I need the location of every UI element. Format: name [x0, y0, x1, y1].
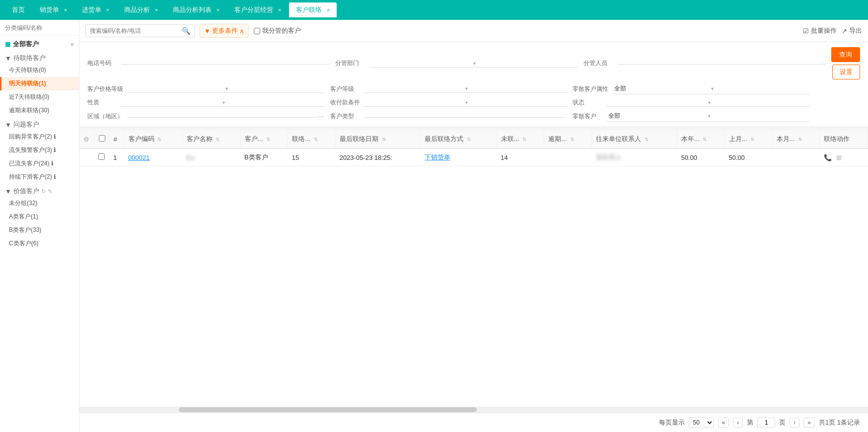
first-page-button[interactable]: «: [718, 418, 729, 428]
td-name: Ea: [182, 148, 240, 166]
close-icon[interactable]: ×: [217, 7, 219, 13]
sidebar-item-declining[interactable]: 持续下滑客户(2) ℹ: [0, 170, 79, 184]
sidebar-item-churned[interactable]: 已流失客户(24) ℹ: [0, 157, 79, 170]
nav-item-2[interactable]: 商品分析 ×: [117, 2, 165, 17]
nav-item-1[interactable]: 进货单 ×: [75, 2, 116, 17]
th-last-method[interactable]: 最后联络方式 ⇅: [421, 130, 497, 148]
sidebar-group-pending[interactable]: ▼ 待联络客户: [0, 51, 79, 64]
grid-action-icon[interactable]: ⊞: [836, 154, 842, 161]
th-last-date[interactable]: 最后联络日期 ⇅: [336, 130, 421, 148]
sidebar-search-input[interactable]: [5, 24, 79, 31]
th-code[interactable]: 客户编码 ⇅: [124, 130, 182, 148]
th-type[interactable]: 客户... ⇅: [240, 130, 288, 148]
sidebar-item-churn-warn[interactable]: 流失预警客户(3) ℹ: [0, 144, 79, 157]
sidebar-item-today[interactable]: 今天待联络(0): [0, 64, 79, 77]
filter-value-level-select[interactable]: ▾: [127, 85, 324, 93]
total-label: 共1页 1条记录: [819, 418, 860, 427]
nav-item-3[interactable]: 商品分析列表 ×: [166, 2, 226, 17]
phone-icon[interactable]: 📞: [824, 154, 832, 161]
prev-page-button[interactable]: ‹: [733, 418, 743, 428]
close-icon[interactable]: ×: [278, 7, 281, 13]
filter-customer-type-select[interactable]: [364, 115, 567, 118]
sidebar-item-repurchase[interactable]: 回购异常客户(2) ℹ: [0, 130, 79, 144]
chevron-icon: ∧: [239, 27, 244, 35]
filter-customer-level-select[interactable]: ▾: [364, 85, 567, 93]
th-no-contact[interactable]: 未联... ⇅: [497, 130, 544, 148]
th-name[interactable]: 客户名称 ⇅: [182, 130, 240, 148]
next-page-button[interactable]: ›: [790, 418, 799, 428]
set-button[interactable]: 设置: [832, 65, 860, 79]
filter-nature-select[interactable]: ▾: [121, 99, 324, 107]
all-customers-header[interactable]: ▦ 全部客户 «: [0, 36, 79, 51]
select-all-checkbox[interactable]: [99, 135, 105, 142]
th-settings[interactable]: ⚙: [79, 130, 94, 148]
last-page-button[interactable]: »: [803, 418, 815, 428]
refresh-icon[interactable]: ↻: [41, 188, 46, 195]
my-customer-checkbox[interactable]: 我分管的客户: [254, 26, 301, 35]
th-contact[interactable]: 联络... ⇅: [288, 130, 336, 148]
sidebar-item-a-class[interactable]: A类客户(1): [0, 210, 79, 223]
scrollbar-thumb[interactable]: [179, 407, 477, 412]
filter-status-select[interactable]: ▾: [606, 99, 809, 107]
sidebar-group-problem[interactable]: ▼ 问题客户: [0, 117, 79, 130]
filter-region-dots[interactable]: ···: [318, 112, 324, 120]
filter-customer-type-label: 客户类型: [330, 112, 360, 121]
per-page-select[interactable]: 50 20 100: [689, 417, 714, 428]
td-type: B类客户: [240, 148, 288, 166]
search-icon[interactable]: 🔍: [182, 27, 190, 35]
close-icon[interactable]: ×: [327, 7, 330, 13]
sidebar-item-c-class[interactable]: C类客户(6): [0, 237, 79, 250]
collapse-icon[interactable]: «: [71, 41, 74, 48]
sidebar-item-ungrouped[interactable]: 未分组(32): [0, 197, 79, 210]
td-code[interactable]: 000021: [124, 148, 182, 166]
filter-person-input[interactable]: [617, 62, 820, 65]
filter-row-1: 电话号码 分管部门 ▾ 分管人员 ··· 查询 设置: [87, 47, 860, 79]
row-checkbox[interactable]: [98, 153, 105, 160]
sidebar-item-7days[interactable]: 近7天待联络(0): [0, 90, 79, 104]
search-input[interactable]: [90, 27, 182, 34]
nav-item-0[interactable]: 销货单 ×: [33, 2, 74, 17]
filter-dept-label: 分管部门: [335, 59, 365, 68]
th-index: #: [109, 130, 124, 148]
customer-table: ⚙ # 客户编码 ⇅ 客户名称 ⇅ 客户... ⇅ 联络... ⇅ 最后联络日期…: [79, 130, 868, 166]
page-input[interactable]: [757, 418, 775, 428]
nav-item-5[interactable]: 客户联络 ×: [289, 2, 337, 17]
batch-op-button[interactable]: ☑ 批量操作: [803, 26, 837, 35]
filter-payment-label: 收付款条件: [330, 98, 360, 107]
export-button[interactable]: ↗ 导出: [842, 26, 862, 35]
th-overdue[interactable]: 逾期... ⇅: [544, 130, 592, 148]
filter-person-dots[interactable]: ···: [819, 60, 825, 68]
edit-icon[interactable]: ✎: [48, 188, 52, 195]
close-icon[interactable]: ×: [106, 7, 109, 13]
th-last-month[interactable]: 上月... ⇅: [724, 130, 772, 148]
filter-retail-customer: 零散客户 全部▾: [573, 111, 809, 122]
filter-retail-customer-select[interactable]: 全部▾: [606, 111, 809, 122]
th-this-year[interactable]: 本年... ⇅: [677, 130, 724, 148]
th-this-month[interactable]: 本月... ⇅: [772, 130, 820, 148]
filter-retail-attr-select[interactable]: 全部▾: [612, 83, 809, 94]
sidebar-item-b-class[interactable]: B类客户(33): [0, 223, 79, 237]
nav-item-4[interactable]: 客户分层经营 ×: [227, 2, 288, 17]
sidebar-item-tomorrow[interactable]: 明天待联络(1): [0, 77, 79, 90]
more-filter-button[interactable]: ▼ 更多条件 ∧: [200, 24, 249, 38]
filter-phone: 电话号码: [87, 59, 329, 68]
filter-retail-attr-label: 零散客户属性: [573, 85, 608, 93]
filter-phone-input[interactable]: [121, 62, 329, 65]
filter-customer-level: 客户等级 ▾: [330, 85, 567, 93]
td-last-method[interactable]: 下销货单: [421, 148, 497, 166]
horizontal-scrollbar[interactable]: [79, 407, 868, 413]
my-customer-check-input[interactable]: [254, 28, 260, 34]
filter-payment-select[interactable]: ▾: [364, 99, 567, 107]
filter-status: 状态 ▾: [573, 98, 809, 107]
sidebar-item-overdue[interactable]: 逾期未联络(30): [0, 104, 79, 117]
filter-region-input[interactable]: [127, 115, 318, 118]
close-icon[interactable]: ×: [155, 7, 158, 13]
sidebar-group-value[interactable]: ▼ 价值客户 ↻ ✎: [0, 184, 79, 197]
close-icon[interactable]: ×: [64, 7, 67, 13]
nav-home[interactable]: 首页: [5, 2, 32, 17]
arrow-icon: ▼: [5, 188, 11, 195]
query-button[interactable]: 查询: [831, 47, 860, 62]
filter-row-4: 区域（地区） ··· 客户类型 零散客户 全部▾: [87, 111, 860, 122]
th-unit-contact[interactable]: 往来单位联系人 ⇅: [592, 130, 677, 148]
filter-dept-select[interactable]: ▾: [369, 60, 577, 68]
